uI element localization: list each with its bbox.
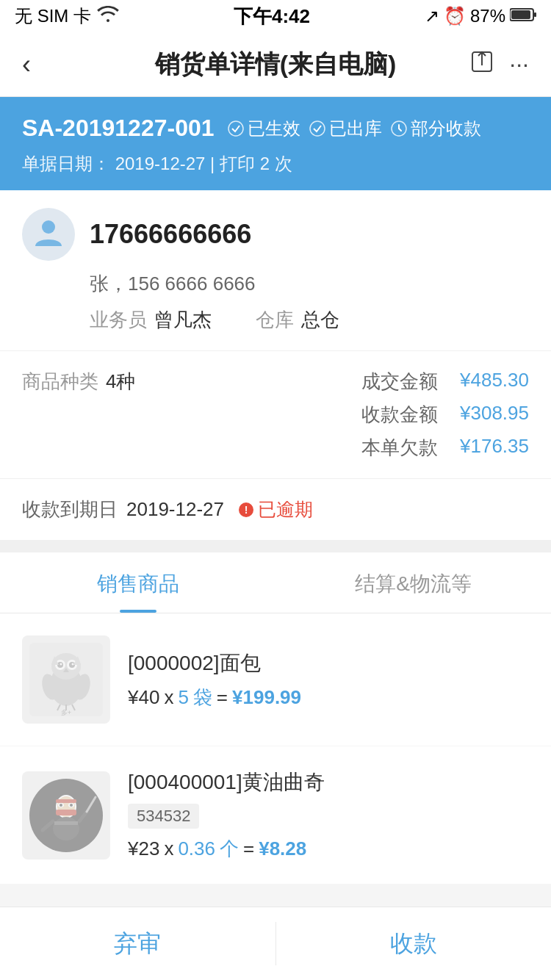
svg-point-32 (60, 804, 62, 807)
status-right: ↗ ⏰ 87% (425, 6, 536, 26)
product-image-1: 多+ (22, 635, 110, 724)
amount-line: 成交金额 ¥485.30 (361, 369, 529, 394)
svg-point-4 (228, 121, 243, 136)
warehouse-value: 总仓 (301, 307, 339, 333)
svg-rect-39 (56, 799, 76, 803)
overdue-dot-icon: ! (239, 502, 253, 517)
product-qty-2: 0.36 (178, 837, 215, 860)
stats-section: 商品种类 4种 成交金额 ¥485.30 收款金额 ¥308.95 本单欠款 ¥… (0, 351, 551, 478)
bottom-bar: 弃审 收款 (0, 907, 551, 980)
received-label: 收款金额 (361, 402, 438, 428)
amount-label: 成交金额 (361, 369, 438, 394)
nav-bar: ‹ 销货单详情(来自电脑) ··· (0, 32, 551, 97)
overdue-text: 已逾期 (258, 497, 313, 522)
avatar (22, 208, 75, 261)
svg-text:多+: 多+ (61, 709, 71, 716)
customer-info: 张，156 6666 6666 (22, 271, 529, 297)
received-line: 收款金额 ¥308.95 (361, 402, 529, 428)
debt-value: ¥176.35 (460, 435, 529, 461)
svg-point-33 (70, 804, 73, 807)
product-total-2: ¥8.28 (259, 837, 306, 860)
svg-point-34 (53, 817, 79, 840)
stats-row: 商品种类 4种 成交金额 ¥485.30 收款金额 ¥308.95 本单欠款 ¥… (22, 369, 529, 461)
customer-meta: 业务员 曾凡杰 仓库 总仓 (22, 307, 529, 333)
order-date: 单据日期： 2019-12-27 | 打印 2 次 (22, 152, 529, 176)
carrier-text: 无 SIM 卡 (15, 4, 91, 28)
more-icon[interactable]: ··· (509, 51, 529, 78)
product-image-2 (22, 771, 110, 860)
received-value: ¥308.95 (460, 402, 529, 428)
tab-settlement-logistics[interactable]: 结算&物流等 (276, 552, 551, 613)
product-qty-1: 5 (178, 686, 188, 709)
overdue-badge: ! 已逾期 (239, 497, 313, 522)
order-header-top: SA-20191227-001 已生效 已出库 部分收款 (22, 115, 529, 142)
product-item-2: [000400001]黄油曲奇 534532 ¥23 x 0.36 个 = ¥8… (0, 746, 551, 884)
svg-rect-1 (511, 10, 530, 19)
user-icon (32, 215, 65, 254)
warehouse-item: 仓库 总仓 (256, 307, 339, 333)
order-badges: 已生效 已出库 部分收款 (228, 117, 481, 140)
overdue-section: 收款到期日 2019-12-27 ! 已逾期 (0, 479, 551, 540)
product-image-ninja (29, 779, 103, 852)
alarm-icon: ⏰ (444, 6, 466, 26)
svg-point-7 (42, 220, 55, 234)
svg-point-16 (72, 663, 74, 666)
status-bar: 无 SIM 卡 下午4:42 ↗ ⏰ 87% (0, 0, 551, 32)
product-price-row-1: ¥40 x 5 袋 = ¥199.99 (128, 685, 529, 710)
amount-value: ¥485.30 (460, 369, 529, 394)
product-price-row-2: ¥23 x 0.36 个 = ¥8.28 (128, 836, 529, 862)
product-type-item: 商品种类 4种 (22, 369, 135, 394)
overdue-label: 收款到期日 (22, 497, 118, 522)
product-item: 多+ [0000002]面包 ¥40 x 5 袋 = ¥199.99 (0, 613, 551, 746)
section-divider (0, 540, 551, 552)
badge-partial-payment: 部分收款 (391, 117, 481, 140)
type-count: 4种 (106, 369, 135, 394)
order-id: SA-20191227-001 (22, 115, 215, 142)
tabs-section: 销售商品 结算&物流等 (0, 552, 551, 613)
product-total-1: ¥199.99 (232, 686, 301, 709)
wifi-icon (97, 6, 119, 26)
sales-value: 曾凡杰 (154, 307, 212, 333)
status-time: 下午4:42 (234, 4, 310, 29)
share-icon[interactable] (469, 49, 494, 80)
product-sku-2: 534532 (128, 804, 199, 829)
badge-effective: 已生效 (228, 117, 300, 140)
stats-left: 商品种类 4种 (22, 369, 135, 394)
svg-rect-2 (534, 12, 536, 17)
badge-shipped: 已出库 (309, 117, 382, 140)
nav-actions: ··· (469, 49, 529, 80)
cancel-button[interactable]: 弃审 (0, 907, 276, 980)
location-icon: ↗ (425, 6, 439, 26)
tab-sales-products[interactable]: 销售商品 (0, 552, 276, 613)
battery-text: 87% (470, 6, 505, 26)
page-title: 销货单详情(来自电脑) (155, 48, 397, 82)
svg-point-5 (310, 121, 325, 136)
battery-icon (510, 6, 536, 26)
confirm-button[interactable]: 收款 (276, 907, 552, 980)
customer-id: 17666666666 (90, 219, 251, 250)
status-left: 无 SIM 卡 (15, 4, 119, 28)
debt-line: 本单欠款 ¥176.35 (361, 435, 529, 461)
stats-right: 成交金额 ¥485.30 收款金额 ¥308.95 本单欠款 ¥176.35 (361, 369, 529, 461)
svg-rect-29 (56, 810, 76, 815)
type-label: 商品种类 (22, 369, 98, 394)
product-image-owl: 多+ (29, 643, 103, 716)
debt-label: 本单欠款 (361, 435, 438, 461)
sales-person-item: 业务员 曾凡杰 (90, 307, 212, 333)
products-section: 多+ [0000002]面包 ¥40 x 5 袋 = ¥199.99 (0, 613, 551, 884)
overdue-date: 2019-12-27 (126, 498, 224, 521)
tabs-row: 销售商品 结算&物流等 (0, 552, 551, 613)
product-info-1: [0000002]面包 ¥40 x 5 袋 = ¥199.99 (128, 649, 529, 710)
svg-point-15 (60, 663, 62, 666)
order-header: SA-20191227-001 已生效 已出库 部分收款 单据日期： 2019-… (0, 97, 551, 190)
customer-section: 17666666666 张，156 6666 6666 业务员 曾凡杰 仓库 总… (0, 190, 551, 350)
product-name-1: [0000002]面包 (128, 649, 529, 677)
product-info-2: [000400001]黄油曲奇 534532 ¥23 x 0.36 个 = ¥8… (128, 768, 529, 862)
product-name-2: [000400001]黄油曲奇 (128, 768, 529, 796)
svg-rect-38 (54, 821, 78, 825)
back-button[interactable]: ‹ (22, 49, 31, 80)
customer-row: 17666666666 (22, 208, 529, 261)
sales-label: 业务员 (90, 307, 147, 333)
warehouse-label: 仓库 (256, 307, 294, 333)
